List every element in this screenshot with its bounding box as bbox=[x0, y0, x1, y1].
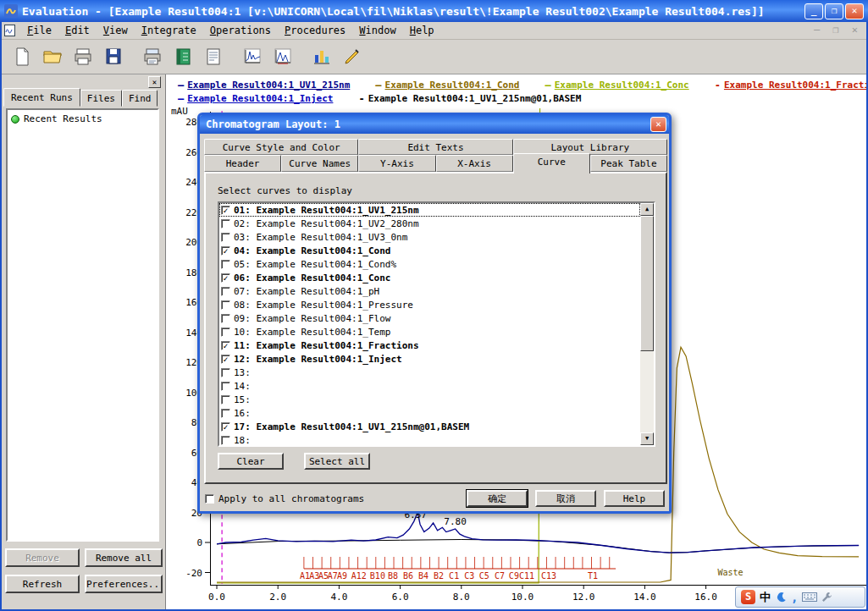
legend-item-example-result004-1-inject[interactable]: —Example Result004:1_Inject bbox=[178, 93, 333, 105]
curve-list-item[interactable]: 10: Example Result004:1_Temp bbox=[219, 325, 640, 339]
apply-checkbox[interactable] bbox=[205, 494, 214, 504]
curve-list-item[interactable]: 05: Example Result004:1_Cond% bbox=[219, 257, 640, 271]
ok-button[interactable]: 确定 bbox=[467, 490, 528, 507]
sidebar-tab-files[interactable]: Files bbox=[80, 90, 122, 107]
dialog-tab-curve[interactable]: Curve bbox=[513, 153, 590, 173]
scroll-thumb[interactable] bbox=[640, 216, 654, 351]
curve-list-item[interactable]: 14: bbox=[219, 379, 640, 393]
curve-checkbox[interactable] bbox=[221, 395, 230, 405]
chinese-mode-icon[interactable]: 中 bbox=[760, 590, 771, 605]
legend-item-example-result004-1-fractions[interactable]: -Example Result004:1_Fractions bbox=[715, 80, 868, 91]
curve-checkbox[interactable] bbox=[221, 314, 230, 323]
help-button[interactable]: Help bbox=[604, 490, 665, 507]
dialog-tab-peak-table[interactable]: Peak Table bbox=[590, 155, 667, 172]
sidebar-button-remove-all[interactable]: Remove all bbox=[85, 548, 163, 567]
clear-button[interactable]: Clear bbox=[218, 453, 284, 470]
menu-item-edit[interactable]: Edit bbox=[58, 23, 97, 38]
curve-list-item[interactable]: 13: bbox=[219, 366, 640, 379]
menu-item-operations[interactable]: Operations bbox=[203, 23, 278, 38]
curve-list-item[interactable]: 08: Example Result004:1_Pressure bbox=[219, 298, 640, 311]
dialog-close-icon[interactable]: ✕ bbox=[650, 117, 666, 132]
dialog-tab-edit-texts[interactable]: Edit Texts bbox=[358, 139, 512, 155]
mdi-window-controls[interactable]: — ❐ ✕ bbox=[814, 24, 861, 36]
restore-icon[interactable]: ❐ bbox=[825, 3, 843, 19]
curve-checkbox[interactable]: ✓ bbox=[221, 341, 230, 350]
curve-list-item[interactable]: 18: bbox=[219, 433, 640, 445]
sidebar-button-preferences[interactable]: Preferences... bbox=[85, 575, 163, 593]
keyboard-icon[interactable] bbox=[802, 592, 817, 602]
tree-item-recent-results[interactable]: Recent Results bbox=[11, 113, 154, 124]
dialog-tab-header[interactable]: Header bbox=[204, 155, 281, 172]
curve-list-item[interactable]: ✓06: Example Result004:1_Conc bbox=[219, 271, 640, 284]
minimize-icon[interactable]: _ bbox=[804, 3, 823, 19]
curve-checkbox[interactable] bbox=[221, 233, 230, 242]
moon-icon[interactable] bbox=[775, 592, 787, 603]
curve-checkbox[interactable] bbox=[221, 436, 230, 445]
legend-item-example-result004-1-uv1-215nm-01-basem[interactable]: -Example Result004:1_UV1_215nm@01,BASEM bbox=[358, 93, 581, 105]
menu-item-window[interactable]: Window bbox=[352, 23, 402, 38]
curve-checkbox[interactable] bbox=[221, 368, 230, 377]
integration-button[interactable] bbox=[268, 42, 298, 71]
dialog-tab-curve-names[interactable]: Curve Names bbox=[281, 155, 358, 172]
curve-list-item[interactable]: ✓12: Example Result004:1_Inject bbox=[219, 352, 640, 366]
dialog-tab-y-axis[interactable]: Y-Axis bbox=[358, 155, 435, 172]
curve-list-item[interactable]: 07: Example Result004:1_pH bbox=[219, 284, 640, 298]
save-button[interactable] bbox=[98, 42, 129, 71]
curve-list-item[interactable]: ✓11: Example Result004:1_Fractions bbox=[219, 339, 640, 352]
notebook-button[interactable] bbox=[168, 42, 198, 71]
sidebar-button-refresh[interactable]: Refresh bbox=[5, 575, 80, 593]
curve-list-item[interactable]: 03: Example Result004:1_UV3_0nm bbox=[219, 230, 640, 244]
open-button[interactable] bbox=[37, 42, 68, 71]
legend-row-1: —Example Result004:1_UV1_215nm—Example R… bbox=[178, 79, 868, 92]
chromatogram-button[interactable] bbox=[237, 42, 268, 71]
menu-item-help[interactable]: Help bbox=[403, 23, 441, 38]
menu-item-file[interactable]: File bbox=[20, 23, 58, 38]
curve-list-item[interactable]: 02: Example Result004:1_UV2_280nm bbox=[219, 217, 640, 230]
curve-list-item[interactable]: 16: bbox=[219, 406, 640, 420]
legend-item-example-result004-1-uv1-215nm[interactable]: —Example Result004:1_UV1_215nm bbox=[178, 80, 350, 91]
curve-list-item[interactable]: 09: Example Result004:1_Flow bbox=[219, 311, 640, 325]
list-scrollbar[interactable]: ▲ ▼ bbox=[640, 203, 654, 445]
cancel-button[interactable]: 取消 bbox=[535, 490, 596, 507]
close-icon[interactable]: ✕ bbox=[845, 3, 864, 19]
wrench-icon[interactable] bbox=[821, 592, 832, 603]
curve-checkbox[interactable] bbox=[221, 382, 230, 391]
curve-checkbox[interactable] bbox=[221, 409, 230, 418]
scroll-up-icon[interactable]: ▲ bbox=[640, 203, 654, 216]
select-all-button[interactable]: Select all bbox=[304, 453, 370, 470]
print-button[interactable] bbox=[68, 42, 98, 71]
report-button[interactable] bbox=[198, 42, 229, 71]
curve-list-item[interactable]: 15: bbox=[219, 393, 640, 406]
curve-checkbox[interactable] bbox=[221, 287, 230, 296]
curve-checkbox[interactable]: ✓ bbox=[221, 422, 230, 432]
sidebar-tab-find[interactable]: Find bbox=[122, 90, 158, 107]
new-document-button[interactable] bbox=[7, 42, 37, 71]
sogou-logo-icon[interactable]: S bbox=[741, 590, 755, 604]
dialog-tab-x-axis[interactable]: X-Axis bbox=[436, 155, 513, 172]
panel-close-icon[interactable]: ✕ bbox=[148, 76, 161, 88]
curve-checkbox[interactable] bbox=[221, 219, 230, 228]
curve-checkbox[interactable]: ✓ bbox=[221, 246, 230, 256]
pen-button[interactable] bbox=[337, 42, 368, 71]
curve-checkbox[interactable] bbox=[221, 328, 230, 337]
menu-item-integrate[interactable]: Integrate bbox=[135, 23, 203, 38]
curve-checkbox[interactable] bbox=[221, 300, 230, 310]
menu-item-procedures[interactable]: Procedures bbox=[278, 23, 352, 38]
curve-checkbox[interactable] bbox=[221, 260, 230, 269]
curve-checkbox[interactable]: ✓ bbox=[221, 355, 230, 364]
sidebar-tab-recent-runs[interactable]: Recent Runs bbox=[3, 88, 80, 107]
legend-item-example-result004-1-cond[interactable]: —Example Result004:1_Cond bbox=[375, 80, 519, 91]
scroll-down-icon[interactable]: ▼ bbox=[640, 432, 654, 445]
curve-list-item[interactable]: ✓01: Example Result004:1_UV1_215nm bbox=[219, 203, 640, 217]
sidebar-button-remove[interactable]: Remove bbox=[5, 548, 80, 567]
punctuation-icon[interactable]: , bbox=[791, 591, 798, 604]
menu-item-view[interactable]: View bbox=[97, 23, 135, 38]
curve-list-item[interactable]: ✓17: Example Result004:1_UV1_215nm@01,BA… bbox=[219, 420, 640, 433]
legend-item-example-result004-1-conc[interactable]: —Example Result004:1_Conc bbox=[545, 80, 688, 91]
dialog-tab-curve-style-and-color[interactable]: Curve Style and Color bbox=[204, 139, 358, 155]
print-report-button[interactable] bbox=[137, 42, 168, 71]
curve-checkbox[interactable]: ✓ bbox=[221, 206, 230, 215]
histogram-button[interactable] bbox=[307, 42, 337, 71]
curve-checkbox[interactable]: ✓ bbox=[221, 273, 230, 283]
curve-list-item[interactable]: ✓04: Example Result004:1_Cond bbox=[219, 244, 640, 257]
